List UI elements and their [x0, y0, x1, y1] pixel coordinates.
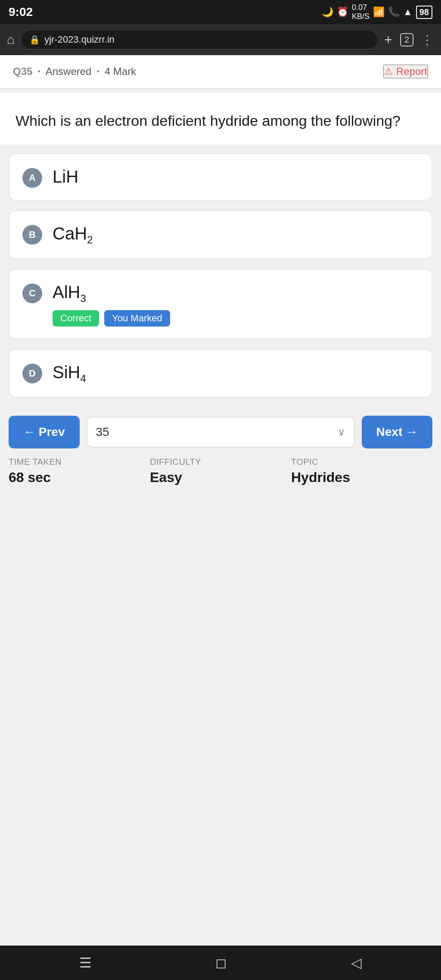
option-a-formula: LiH	[53, 166, 419, 187]
question-selector[interactable]: 35 ∨	[87, 417, 355, 448]
browser-bar: ⌂ 🔒 yjr-2023.quizrr.in + 2 ⋮	[0, 24, 441, 55]
chevron-down-icon: ∨	[338, 426, 345, 438]
option-d[interactable]: D SiH4	[9, 349, 432, 398]
option-c-badges: Correct You Marked	[53, 310, 419, 327]
add-tab-icon[interactable]: +	[384, 32, 392, 48]
option-d-label: D	[22, 364, 42, 383]
status-bar: 9:02 🌙 ⏰ 0.07KB/S 📶 📞 ▲ 98	[0, 0, 441, 24]
spacer7	[0, 576, 441, 589]
home-icon[interactable]: ⌂	[7, 32, 15, 47]
question-meta: Q35 • Answered • 4 Mark	[13, 65, 136, 78]
bottom-nav-bar: ☰ ◻ ◁	[0, 946, 441, 980]
navigation-bar: ← Prev 35 ∨ Next →	[0, 407, 441, 453]
wifi-icon: 📶	[373, 6, 385, 18]
correct-badge: Correct	[53, 310, 99, 327]
options-container: A LiH B CaH2 C AlH3 Correct Y	[0, 149, 441, 398]
back-icon[interactable]: ◁	[351, 955, 362, 971]
option-a-content: LiH	[53, 166, 419, 187]
difficulty-stat: DIFFICULTY Easy	[150, 457, 291, 485]
option-c-content: AlH3 Correct You Marked	[53, 282, 419, 327]
question-text: Which is an electron deficient hydride a…	[16, 110, 425, 132]
report-icon: ⚠	[384, 66, 393, 77]
topic-label: TOPIC	[291, 457, 432, 467]
alarm-icon: ⏰	[337, 6, 348, 18]
spacer5	[0, 550, 441, 563]
spacer4	[0, 537, 441, 550]
next-button[interactable]: Next →	[362, 416, 432, 448]
option-b-label: B	[22, 225, 42, 245]
spacer	[0, 498, 441, 511]
status-time: 9:02	[9, 5, 33, 19]
spacer2	[0, 511, 441, 524]
option-c-label: C	[22, 283, 42, 303]
option-c[interactable]: C AlH3 Correct You Marked	[9, 269, 432, 339]
question-header: Q35 • Answered • 4 Mark ⚠ Report	[0, 55, 441, 88]
time-taken-value: 68 sec	[9, 470, 150, 485]
question-body: Which is an electron deficient hydride a…	[0, 93, 441, 145]
answered-label: Answered	[46, 65, 92, 78]
mark-label: 4 Mark	[105, 65, 136, 78]
spacer3	[0, 524, 441, 537]
option-b-formula: CaH2	[53, 223, 419, 246]
moon-icon: 🌙	[322, 6, 333, 18]
time-taken-stat: TIME TAKEN 68 sec	[9, 457, 150, 485]
option-a-label: A	[22, 168, 42, 188]
option-d-formula: SiH4	[53, 362, 419, 385]
spacer6	[0, 563, 441, 576]
question-number: Q35	[13, 65, 32, 78]
time-taken-label: TIME TAKEN	[9, 457, 150, 467]
main-content: Q35 • Answered • 4 Mark ⚠ Report Which i…	[0, 55, 441, 946]
spacer8	[0, 589, 441, 602]
topic-value: Hydrides	[291, 470, 432, 485]
option-b-content: CaH2	[53, 223, 419, 246]
menu-icon[interactable]: ☰	[79, 955, 92, 971]
url-text: yjr-2023.quizrr.in	[44, 34, 115, 45]
speed-text: 0.07KB/S	[352, 3, 370, 21]
option-c-formula: AlH3	[53, 282, 419, 305]
topic-stat: TOPIC Hydrides	[291, 457, 432, 485]
current-question-number: 35	[96, 425, 109, 439]
stats-bar: TIME TAKEN 68 sec DIFFICULTY Easy TOPIC …	[0, 453, 441, 498]
battery-badge: 98	[416, 6, 432, 19]
dot1: •	[37, 67, 40, 76]
option-b[interactable]: B CaH2	[9, 210, 432, 259]
home-nav-icon[interactable]: ◻	[215, 955, 227, 971]
difficulty-label: DIFFICULTY	[150, 457, 291, 467]
option-a[interactable]: A LiH	[9, 153, 432, 201]
url-box[interactable]: 🔒 yjr-2023.quizrr.in	[22, 31, 377, 49]
network-icon: ▲	[403, 6, 413, 18]
lock-icon: 🔒	[29, 34, 40, 45]
option-d-content: SiH4	[53, 362, 419, 385]
status-icons: 🌙 ⏰ 0.07KB/S 📶 📞 ▲ 98	[322, 3, 432, 21]
tabs-count[interactable]: 2	[400, 33, 413, 47]
prev-button[interactable]: ← Prev	[9, 416, 80, 448]
report-label: Report	[396, 65, 427, 78]
browser-menu-icon[interactable]: ⋮	[421, 33, 434, 47]
browser-actions: + 2 ⋮	[384, 32, 434, 48]
report-button[interactable]: ⚠ Report	[383, 65, 428, 78]
marked-badge: You Marked	[104, 310, 170, 327]
difficulty-value: Easy	[150, 470, 291, 485]
dot2: •	[96, 67, 99, 76]
signal-icon: 📞	[388, 6, 400, 18]
